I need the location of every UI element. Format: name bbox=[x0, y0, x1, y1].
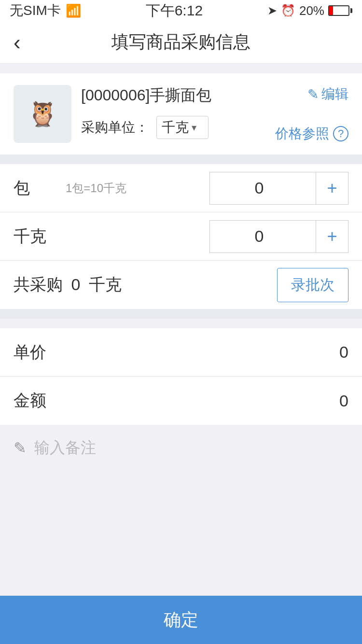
edit-label: 编辑 bbox=[321, 85, 348, 103]
bag-control: + bbox=[209, 172, 348, 205]
carrier-text: 无SIM卡 bbox=[10, 1, 61, 20]
input-section: 包 1包=10千克 + 千克 + bbox=[0, 164, 362, 261]
status-right: ➤ ⏰ 20% bbox=[267, 3, 352, 18]
status-bar: 无SIM卡 📶 下午6:12 ➤ ⏰ 20% bbox=[0, 0, 362, 21]
price-ref-button[interactable]: 价格参照 ? bbox=[275, 125, 348, 143]
unit-select[interactable]: 千克 ▾ bbox=[156, 116, 209, 139]
summary-prefix: 共采购 bbox=[14, 275, 63, 294]
price-section: 单价 0 金额 0 bbox=[0, 328, 362, 425]
kg-input[interactable] bbox=[209, 220, 316, 253]
bag-sublabel: 1包=10千克 bbox=[66, 181, 209, 196]
bag-plus-button[interactable]: + bbox=[316, 172, 348, 205]
kg-plus-button[interactable]: + bbox=[316, 220, 348, 253]
amount-value: 0 bbox=[339, 392, 348, 410]
summary-row: 共采购 0 千克 录批次 bbox=[0, 261, 362, 309]
unit-price-label: 单价 bbox=[14, 341, 46, 364]
status-time: 下午6:12 bbox=[146, 1, 203, 21]
nav-bar: ‹ 填写商品采购信息 bbox=[0, 21, 362, 64]
input-row-kg: 千克 + bbox=[0, 212, 362, 261]
price-row-unit: 单价 0 bbox=[0, 328, 362, 377]
edit-icon: ✎ bbox=[307, 86, 319, 102]
location-icon: ➤ bbox=[267, 4, 277, 17]
notes-section[interactable]: ✎ 输入备注 bbox=[0, 426, 362, 470]
product-card: 🦉 [0000006]手撕面包 采购单位： 千克 ▾ ✎ 编辑 价格参照 ? bbox=[0, 73, 362, 154]
page-title: 填写商品采购信息 bbox=[111, 30, 251, 54]
summary-text: 共采购 0 千克 bbox=[14, 274, 122, 296]
input-row-bag: 包 1包=10千克 + bbox=[0, 164, 362, 212]
edit-button[interactable]: ✎ 编辑 bbox=[307, 85, 348, 103]
amount-label: 金额 bbox=[14, 390, 46, 412]
price-row-amount: 金额 0 bbox=[0, 377, 362, 425]
status-left: 无SIM卡 📶 bbox=[10, 1, 81, 20]
summary-unit: 千克 bbox=[89, 275, 122, 294]
unit-arrow-icon: ▾ bbox=[192, 122, 196, 133]
back-button[interactable]: ‹ bbox=[14, 32, 21, 53]
section-divider-2 bbox=[0, 309, 362, 319]
product-logo: 🦉 bbox=[28, 100, 57, 128]
unit-price-value: 0 bbox=[339, 343, 348, 362]
battery-percent: 20% bbox=[299, 3, 324, 18]
section-divider-1 bbox=[0, 154, 362, 164]
price-ref-label: 价格参照 bbox=[275, 125, 329, 143]
bag-label: 包 bbox=[14, 177, 62, 199]
unit-value: 千克 bbox=[162, 118, 189, 137]
price-ref-help-icon: ? bbox=[333, 126, 348, 141]
unit-label: 采购单位： bbox=[81, 118, 149, 137]
product-image: 🦉 bbox=[14, 85, 71, 143]
bag-input[interactable] bbox=[209, 172, 316, 205]
record-batch-button[interactable]: 录批次 bbox=[277, 268, 348, 302]
summary-quantity: 0 bbox=[71, 275, 80, 294]
confirm-button[interactable]: 确定 bbox=[0, 596, 362, 644]
kg-control: + bbox=[209, 220, 348, 253]
notes-placeholder: 输入备注 bbox=[34, 437, 96, 459]
notes-icon: ✎ bbox=[14, 439, 27, 457]
battery-icon bbox=[328, 5, 352, 16]
content-space bbox=[0, 470, 362, 615]
kg-label: 千克 bbox=[14, 225, 62, 248]
alarm-icon: ⏰ bbox=[281, 4, 295, 17]
wifi-icon: 📶 bbox=[66, 3, 81, 18]
